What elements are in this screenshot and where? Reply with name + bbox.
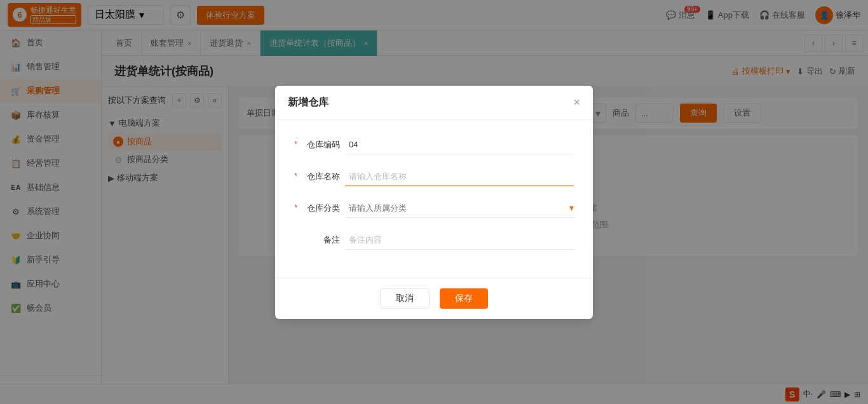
dialog-close-button[interactable]: × [573,96,580,109]
dialog-header: 新增仓库 × [275,86,593,120]
warehouse-category-input[interactable] [345,201,569,215]
warehouse-dialog: 新增仓库 × 仓库编码 仓库名称 仓库分类 ▾ [275,86,593,319]
save-button[interactable]: 保存 [440,288,488,309]
dialog-overlay: 新增仓库 × 仓库编码 仓库名称 仓库分类 ▾ [0,0,868,404]
warehouse-code-input[interactable] [345,135,574,154]
form-row-code: 仓库编码 [294,135,574,154]
form-row-name: 仓库名称 [294,167,574,186]
dialog-title: 新增仓库 [288,96,329,109]
form-label-name: 仓库名称 [294,171,345,182]
warehouse-remark-input[interactable] [345,231,574,250]
form-label-code: 仓库编码 [294,139,345,151]
dialog-body: 仓库编码 仓库名称 仓库分类 ▾ 备注 [275,120,593,278]
form-label-remark: 备注 [294,234,345,246]
form-row-category: 仓库分类 ▾ [294,199,574,218]
form-label-category: 仓库分类 [294,203,345,214]
warehouse-category-select[interactable]: ▾ [345,199,574,218]
form-row-remark: 备注 [294,231,574,250]
warehouse-name-input[interactable] [345,167,574,186]
cancel-button[interactable]: 取消 [380,288,430,309]
dialog-footer: 取消 保存 [275,278,593,319]
warehouse-category-arrow: ▾ [569,203,574,213]
